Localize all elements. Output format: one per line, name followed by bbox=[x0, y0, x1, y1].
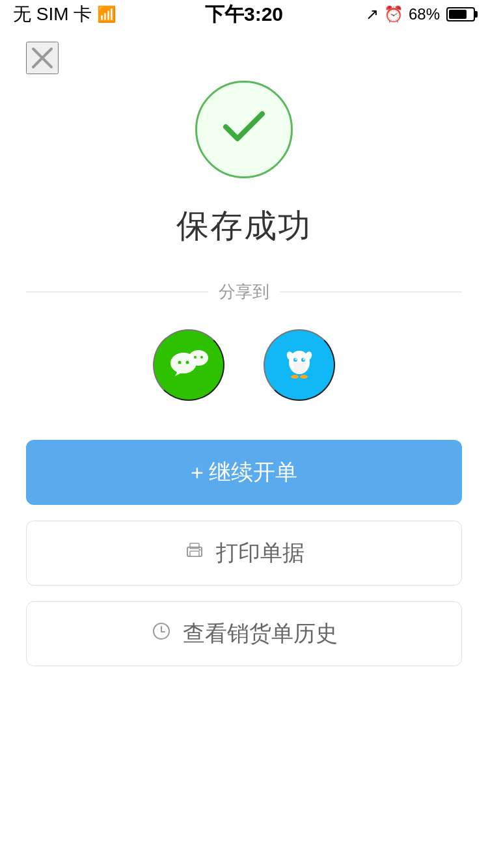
share-icons bbox=[153, 329, 335, 401]
battery-text: 68% bbox=[409, 5, 440, 23]
close-icon bbox=[31, 46, 54, 70]
status-time: 下午3:20 bbox=[205, 1, 283, 28]
location-icon: ↗ bbox=[366, 5, 379, 23]
success-circle bbox=[195, 81, 293, 178]
print-icon bbox=[183, 539, 206, 567]
carrier-text: 无 SIM 卡 bbox=[13, 2, 92, 27]
svg-point-5 bbox=[186, 361, 189, 364]
share-qq-button[interactable] bbox=[264, 329, 335, 401]
divider-line-left bbox=[26, 292, 208, 292]
qq-icon bbox=[278, 344, 321, 387]
wechat-icon bbox=[166, 342, 211, 388]
close-button[interactable] bbox=[26, 42, 59, 74]
svg-point-22 bbox=[199, 549, 201, 551]
svg-point-6 bbox=[194, 356, 197, 359]
svg-point-16 bbox=[300, 375, 308, 379]
status-carrier: 无 SIM 卡 📶 bbox=[13, 2, 116, 27]
main-content: 保存成功 分享到 bbox=[0, 29, 488, 868]
status-bar: 无 SIM 卡 📶 下午3:20 ↗ ⏰ 68% bbox=[0, 0, 488, 29]
svg-point-3 bbox=[189, 350, 208, 366]
alarm-icon: ⏰ bbox=[384, 5, 403, 23]
action-buttons: + 继续开单 打印单据 查看销货单历史 bbox=[26, 440, 462, 666]
svg-point-14 bbox=[293, 362, 306, 373]
history-icon bbox=[150, 620, 172, 647]
svg-rect-20 bbox=[190, 551, 199, 556]
share-wechat-button[interactable] bbox=[153, 329, 224, 401]
history-label: 查看销货单历史 bbox=[183, 619, 338, 649]
status-right: ↗ ⏰ 68% bbox=[366, 5, 475, 23]
battery-fill bbox=[449, 10, 467, 19]
share-divider: 分享到 bbox=[26, 280, 462, 303]
success-title: 保存成功 bbox=[176, 204, 312, 248]
svg-point-4 bbox=[178, 361, 182, 364]
wifi-icon: 📶 bbox=[97, 5, 116, 23]
svg-point-12 bbox=[303, 358, 305, 360]
print-button[interactable]: 打印单据 bbox=[26, 521, 462, 586]
divider-line-right bbox=[280, 292, 462, 292]
continue-plus-icon: + bbox=[191, 460, 204, 485]
battery-bar bbox=[446, 7, 475, 21]
print-label: 打印单据 bbox=[216, 538, 305, 568]
svg-point-15 bbox=[291, 375, 299, 379]
svg-point-11 bbox=[295, 358, 297, 360]
continue-button[interactable]: + 继续开单 bbox=[26, 440, 462, 505]
history-button[interactable]: 查看销货单历史 bbox=[26, 601, 462, 666]
checkmark-icon bbox=[218, 100, 270, 160]
share-label: 分享到 bbox=[219, 280, 269, 303]
continue-label: 继续开单 bbox=[209, 457, 297, 487]
svg-point-7 bbox=[200, 356, 203, 359]
